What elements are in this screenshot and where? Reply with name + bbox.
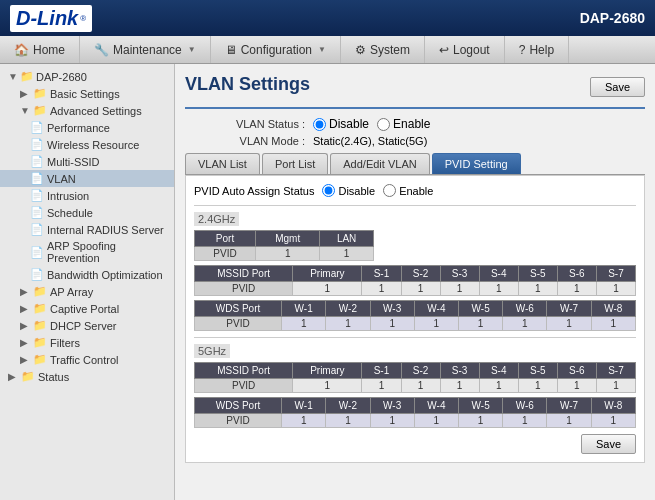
tab-vlan-list[interactable]: VLAN List <box>185 153 260 174</box>
wds-col-port: WDS Port <box>195 301 282 317</box>
sidebar-arp-label: ARP Spoofing Prevention <box>47 240 170 264</box>
nav-maintenance[interactable]: 🔧 Maintenance ▼ <box>80 36 211 63</box>
vlan-status-enable-radio[interactable] <box>377 118 390 131</box>
sidebar-item-captive[interactable]: ▶ 📁 Captive Portal <box>0 300 174 317</box>
sidebar-dhcp-label: DHCP Server <box>50 320 116 332</box>
pvid-auto-label: PVID Auto Assign Status <box>194 185 314 197</box>
mssid-col-s3: S-3 <box>440 266 479 282</box>
mssid-5-col-port: MSSID Port <box>195 363 293 379</box>
nav-config-label: Configuration <box>241 43 312 57</box>
sidebar-radius-label: Internal RADIUS Server <box>47 224 164 236</box>
sidebar-item-bandwidth[interactable]: 📄 Bandwidth Optimization <box>0 266 174 283</box>
table-row: PVID 1 1 1 1 1 1 1 1 <box>195 379 636 393</box>
sidebar-item-arp[interactable]: 📄 ARP Spoofing Prevention <box>0 238 174 266</box>
table-row: PVID 1 1 <box>195 247 374 261</box>
mssid-5-pvid-7: 1 <box>596 379 635 393</box>
nav-home[interactable]: 🏠 Home <box>0 36 80 63</box>
sidebar-aparray-label: AP Array <box>50 286 93 298</box>
tab-port-list[interactable]: Port List <box>262 153 328 174</box>
mssid-5-col-s7: S-7 <box>596 363 635 379</box>
sidebar-item-basic[interactable]: ▶ 📁 Basic Settings <box>0 85 174 102</box>
nav-logout[interactable]: ↩ Logout <box>425 36 505 63</box>
folder-icon-status: 📁 <box>21 370 35 383</box>
mssid-col-s1: S-1 <box>362 266 401 282</box>
config-icon: 🖥 <box>225 43 237 57</box>
pvid-enable-label[interactable]: Enable <box>383 184 433 197</box>
page-icon-arp: 📄 <box>30 246 44 259</box>
maintenance-arrow: ▼ <box>188 45 196 54</box>
expand-icon-traffic: ▶ <box>20 354 30 365</box>
home-icon: 🏠 <box>14 43 29 57</box>
nav-system[interactable]: ⚙ System <box>341 36 425 63</box>
sidebar-vlan-label: VLAN <box>47 173 76 185</box>
mssid-24-pvid-1: 1 <box>362 282 401 296</box>
sidebar-item-wireless[interactable]: 📄 Wireless Resource <box>0 136 174 153</box>
save-button-bottom[interactable]: Save <box>581 434 636 454</box>
vlan-status-enable-label[interactable]: Enable <box>377 117 430 131</box>
wds-col-w2: W-2 <box>326 301 370 317</box>
sidebar-traffic-label: Traffic Control <box>50 354 118 366</box>
sidebar-item-performance[interactable]: 📄 Performance <box>0 119 174 136</box>
wds-5-col-port: WDS Port <box>195 398 282 414</box>
wds-24-pvid-label: PVID <box>195 317 282 331</box>
sidebar-item-status[interactable]: ▶ 📁 Status <box>0 368 174 385</box>
sidebar-item-vlan[interactable]: 📄 VLAN <box>0 170 174 187</box>
vlan-status-disable-radio[interactable] <box>313 118 326 131</box>
nav-help[interactable]: ? Help <box>505 36 569 63</box>
sidebar-item-radius[interactable]: 📄 Internal RADIUS Server <box>0 221 174 238</box>
wds-5-pvid-label: PVID <box>195 414 282 428</box>
vlan-mode-value: Static(2.4G), Static(5G) <box>313 135 427 147</box>
sidebar-item-aparray[interactable]: ▶ 📁 AP Array <box>0 283 174 300</box>
pvid-disable-label[interactable]: Disable <box>322 184 375 197</box>
wds-col-w6: W-6 <box>503 301 547 317</box>
vlan-status-disable-label[interactable]: Disable <box>313 117 369 131</box>
page-icon-performance: 📄 <box>30 121 44 134</box>
mssid-24-pvid-4: 1 <box>479 282 518 296</box>
sidebar-item-traffic[interactable]: ▶ 📁 Traffic Control <box>0 351 174 368</box>
pvid-enable-radio[interactable] <box>383 184 396 197</box>
expand-icon-captive: ▶ <box>20 303 30 314</box>
pvid-enable-text: Enable <box>399 185 433 197</box>
folder-icon: 📁 <box>20 70 34 83</box>
sidebar-item-dhcp[interactable]: ▶ 📁 DHCP Server <box>0 317 174 334</box>
sidebar-wireless-label: Wireless Resource <box>47 139 139 151</box>
tabs-container: VLAN List Port List Add/Edit VLAN PVID S… <box>185 153 645 175</box>
page-icon-bandwidth: 📄 <box>30 268 44 281</box>
nav-help-label: Help <box>529 43 554 57</box>
mssid-5-col-s4: S-4 <box>479 363 518 379</box>
tab-add-edit[interactable]: Add/Edit VLAN <box>330 153 429 174</box>
nav-configuration[interactable]: 🖥 Configuration ▼ <box>211 36 341 63</box>
pvid-disable-radio[interactable] <box>322 184 335 197</box>
model-name: DAP-2680 <box>580 10 645 26</box>
mssid-5-col-s6: S-6 <box>557 363 596 379</box>
expand-icon-aparray: ▶ <box>20 286 30 297</box>
folder-icon-traffic: 📁 <box>33 353 47 366</box>
wds-5-col-w4: W-4 <box>414 398 458 414</box>
sidebar-captive-label: Captive Portal <box>50 303 119 315</box>
wds-24-pvid-0: 1 <box>282 317 326 331</box>
tab-pvid-setting[interactable]: PVID Setting <box>432 153 521 174</box>
sidebar-item-dap2680[interactable]: ▼ 📁 DAP-2680 <box>0 68 174 85</box>
wds-col-w1: W-1 <box>282 301 326 317</box>
wds-5-pvid-2: 1 <box>370 414 414 428</box>
sidebar-item-filters[interactable]: ▶ 📁 Filters <box>0 334 174 351</box>
sidebar-item-schedule[interactable]: 📄 Schedule <box>0 204 174 221</box>
sidebar-basic-label: Basic Settings <box>50 88 120 100</box>
mssid-col-s4: S-4 <box>479 266 518 282</box>
wds-24-pvid-7: 1 <box>591 317 635 331</box>
save-button-top[interactable]: Save <box>590 77 645 97</box>
sidebar-item-intrusion[interactable]: 📄 Intrusion <box>0 187 174 204</box>
pvid-disable-text: Disable <box>338 185 375 197</box>
expand-icon-advanced: ▼ <box>20 105 30 116</box>
col-mgmt: Mgmt <box>256 231 320 247</box>
sidebar-item-advanced[interactable]: ▼ 📁 Advanced Settings <box>0 102 174 119</box>
sidebar-item-multissid[interactable]: 📄 Multi-SSID <box>0 153 174 170</box>
nav-home-label: Home <box>33 43 65 57</box>
wds-24-pvid-5: 1 <box>503 317 547 331</box>
folder-icon-aparray: 📁 <box>33 285 47 298</box>
page-icon-vlan: 📄 <box>30 172 44 185</box>
sidebar: ▼ 📁 DAP-2680 ▶ 📁 Basic Settings ▼ 📁 Adva… <box>0 64 175 500</box>
mssid-col-s7: S-7 <box>596 266 635 282</box>
vlan-mode-label: VLAN Mode : <box>185 135 305 147</box>
mssid-5-pvid-4: 1 <box>479 379 518 393</box>
